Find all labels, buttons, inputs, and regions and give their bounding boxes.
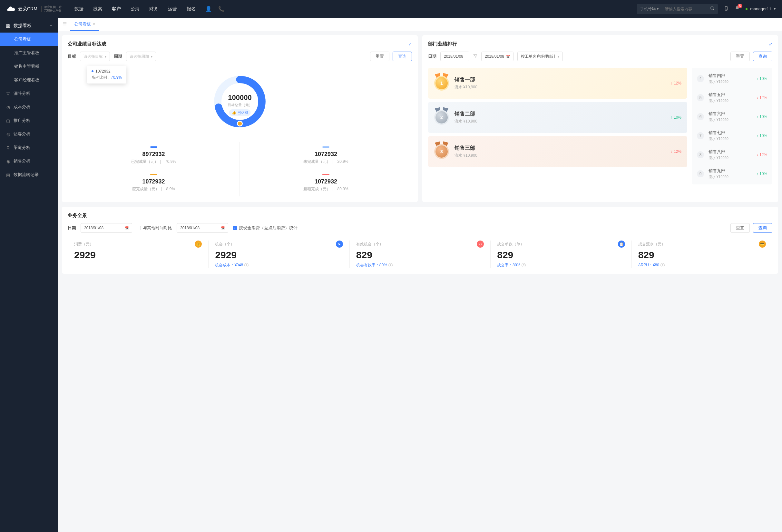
trend-indicator: ↓ 12%: [671, 81, 681, 85]
help-icon[interactable]: ?: [388, 263, 393, 267]
chevron-up-icon: ⌃: [50, 24, 52, 28]
sidebar-group-dashboard[interactable]: 数据看板 ⌃: [0, 19, 58, 33]
svg-point-13: [237, 121, 242, 126]
date-label: 日期: [428, 54, 436, 59]
topnav-item[interactable]: 运营: [168, 6, 177, 12]
side-icon: ▢: [6, 118, 10, 123]
donut-chart: 1072932 所占比例：70.9% 100000 目标总量（元） 👍已达成: [68, 68, 412, 142]
panel-business-overview: 业务全景 日期 2018/01/08📅 与其他时间对比 2018/01/08📅 …: [62, 207, 778, 274]
kpi-icon: ➤: [336, 241, 343, 248]
sidebar-item[interactable]: ▢推广分析: [0, 114, 58, 127]
tab-company-dashboard[interactable]: 公司看板 ×: [70, 18, 99, 31]
user-menu[interactable]: manager11 ▾: [746, 6, 776, 11]
tab-close-icon[interactable]: ×: [93, 22, 95, 27]
chart-tooltip: 1072932 所占比例：70.9%: [87, 66, 127, 83]
notification-bell[interactable]: 5: [735, 6, 740, 12]
topnav-item[interactable]: 报名: [187, 6, 196, 12]
topnav-item[interactable]: 客户: [112, 6, 121, 12]
period-label: 周期: [114, 54, 122, 59]
sidebar-item[interactable]: ▽漏斗分析: [0, 87, 58, 100]
help-icon[interactable]: ?: [522, 263, 526, 267]
brand-name: 云朵CRM: [18, 6, 37, 12]
query-button[interactable]: 查询: [393, 51, 412, 61]
kpi-icon: 💳: [759, 241, 766, 248]
expand-icon[interactable]: ⤢: [408, 42, 412, 46]
kpi-icon: 📋: [618, 241, 625, 248]
svg-rect-4: [6, 24, 8, 26]
rank-row: 6 销售六部流水 ¥19020 ↑ 10%: [692, 107, 772, 126]
reset-button[interactable]: 重置: [731, 51, 750, 61]
topnav-item[interactable]: 线索: [93, 6, 102, 12]
notification-count: 5: [738, 4, 743, 8]
date-to-input[interactable]: 2018/01/08📅: [481, 51, 513, 61]
date-to-label: 至: [473, 54, 477, 59]
date2-input[interactable]: 2018/01/08📅: [177, 223, 228, 233]
date1-input[interactable]: 2018/01/08📅: [80, 223, 132, 233]
topnav-item[interactable]: 公海: [131, 6, 140, 12]
topnav-item[interactable]: 财务: [149, 6, 158, 12]
kpi-card: 有效机会（个）🛡 829 机会有效率：80% ?: [350, 241, 491, 268]
search-group: 手机号码▾: [637, 4, 718, 14]
rank-row: 9 销售九部流水 ¥19020 ↑ 10%: [692, 164, 772, 183]
reset-button[interactable]: 重置: [370, 51, 389, 61]
topnav-item[interactable]: 数据: [74, 6, 83, 12]
phone-icon[interactable]: 📞: [218, 6, 225, 12]
side-icon: ◉: [6, 159, 10, 164]
trend-indicator: ↑ 10%: [756, 172, 767, 176]
rank-row: 4 销售四部流水 ¥19020 ↑ 10%: [692, 69, 772, 88]
sidebar-item[interactable]: ◉销售分析: [0, 154, 58, 168]
sidebar-item-sales-mgr[interactable]: 销售主管看板: [0, 60, 58, 73]
stat-by-select[interactable]: 按工单客户经理统计▾: [518, 51, 563, 61]
rank-card: 2 销售二部流水 ¥10,900 ↑ 10%: [428, 102, 687, 133]
period-select[interactable]: 请选择周期▾: [126, 51, 156, 61]
rank-number: 6: [697, 113, 704, 120]
stat-cell: 1072932未完成量（元）| 20.9%: [240, 142, 412, 169]
sidebar-item[interactable]: ▤数据流转记录: [0, 168, 58, 181]
help-icon[interactable]: ?: [661, 263, 665, 267]
search-button[interactable]: [707, 6, 718, 11]
target-select[interactable]: 请选择目标▾: [80, 51, 110, 61]
expand-icon[interactable]: ⤢: [769, 42, 772, 46]
rank-row: 7 销售七部流水 ¥19020 ↑ 10%: [692, 126, 772, 145]
cloud-icon: [6, 4, 15, 13]
svg-rect-6: [6, 26, 8, 27]
help-icon[interactable]: ?: [244, 263, 249, 267]
side-icon: ▽: [6, 91, 10, 96]
svg-point-0: [711, 7, 713, 9]
trend-indicator: ↑ 10%: [671, 115, 681, 119]
panel-title: 业务全景: [68, 212, 87, 219]
panel-title: 公司业绩目标达成: [68, 41, 106, 47]
reset-button[interactable]: 重置: [731, 223, 750, 233]
rank-number: 9: [697, 170, 704, 177]
sidebar-item-account-mgr[interactable]: 客户经理看板: [0, 73, 58, 87]
date-label: 日期: [68, 225, 76, 231]
cash-checkbox[interactable]: [233, 226, 237, 230]
mobile-icon[interactable]: [724, 6, 729, 12]
compare-label: 与其他时间对比: [143, 225, 172, 231]
trend-indicator: ↓ 12%: [756, 152, 767, 157]
side-icon: ⚲: [6, 145, 10, 150]
search-type-select[interactable]: 手机号码▾: [637, 6, 662, 11]
tab-menu-icon[interactable]: [63, 22, 67, 27]
query-button[interactable]: 查询: [753, 51, 772, 61]
query-button[interactable]: 查询: [753, 223, 772, 233]
sidebar-item-promo-mgr[interactable]: 推广主管看板: [0, 46, 58, 60]
side-icon: ▤: [6, 173, 10, 177]
trend-indicator: ↑ 10%: [756, 134, 767, 138]
date-from-input[interactable]: 2018/01/08: [440, 51, 469, 61]
side-icon: ◔: [6, 105, 10, 109]
main: 公司看板 × 公司业绩目标达成 ⤢ 目标 请选择目标▾ 周期 请选择周期▾ 重置: [58, 18, 782, 532]
sidebar-item[interactable]: ◔成本分析: [0, 100, 58, 114]
donut-center: 100000 目标总量（元） 👍已达成: [227, 94, 252, 116]
sidebar: 数据看板 ⌃ 公司看板 推广主管看板 销售主管看板 客户经理看板 ▽漏斗分析◔成…: [0, 18, 58, 532]
rank-number: 8: [697, 151, 704, 158]
compare-checkbox[interactable]: [137, 226, 141, 230]
kpi-icon: 💰: [195, 241, 202, 248]
user-icon[interactable]: 👤: [205, 6, 212, 12]
sidebar-item-company[interactable]: 公司看板: [0, 33, 58, 46]
sidebar-item[interactable]: ⚲渠道分析: [0, 141, 58, 154]
search-input[interactable]: [662, 7, 707, 11]
target-label: 目标: [68, 54, 76, 59]
sidebar-item[interactable]: ◎访客分析: [0, 127, 58, 141]
logo[interactable]: 云朵CRM 教育机构一站式服务云平台: [6, 4, 62, 13]
